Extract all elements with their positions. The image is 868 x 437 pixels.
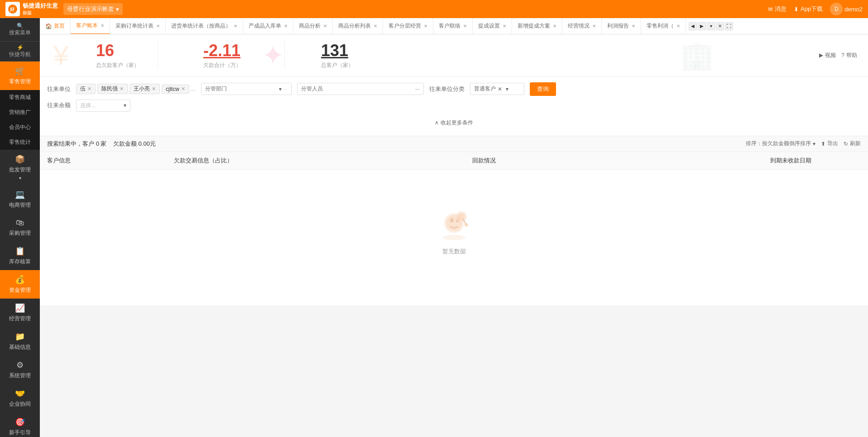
sidebar-quick-nav[interactable]: ⚡ 快捷导航 (0, 42, 40, 62)
app-download-btn[interactable]: ⬇ App下载 (794, 5, 823, 13)
filter-tag-wu: 伍 ✕ (76, 84, 96, 94)
tab-product-analysis-list[interactable]: 商品分析列表 ✕ (333, 18, 383, 34)
tab-new-push-plan[interactable]: 新增提成方案 ✕ (512, 18, 562, 34)
category-select[interactable]: 普通客户 ✕ ▾ (470, 83, 524, 95)
sidebar-sub-marketing[interactable]: 营销推广 (0, 105, 40, 120)
collapse-btn[interactable]: ∧ 收起更多条件 (431, 117, 477, 128)
tag-close-cjttcw[interactable]: ✕ (181, 86, 185, 92)
sidebar-item-ecommerce[interactable]: 💻 电商管理 (0, 185, 40, 214)
filter-more-tags[interactable]: ... (191, 86, 196, 92)
total-debt-label: 欠款合计（万） (203, 62, 241, 69)
sidebar-item-operation[interactable]: 📈 经营管理 (0, 299, 40, 327)
download-icon: ⬇ (794, 6, 799, 13)
tab-close-icon[interactable]: ✕ (156, 24, 160, 28)
tab-close-icon[interactable]: ✕ (463, 24, 467, 28)
sidebar-item-inventory[interactable]: 📋 库存核算 (0, 242, 40, 270)
tag-close-wang[interactable]: ✕ (152, 86, 156, 92)
tab-home[interactable]: 🏠 首页 (40, 18, 71, 34)
tab-fullscreen-btn[interactable]: ⛶ (725, 22, 733, 30)
enterprise-label: 母婴行业演示帐套 (67, 5, 114, 13)
table-header: 客户信息 欠款交易信息（占比） 回款情况 到期未收款日期 (40, 152, 868, 170)
sidebar-item-enterprise-collab[interactable]: 🤝 企业协同 (0, 384, 40, 413)
stat-bg-icon-1: ¥ (53, 40, 68, 71)
tab-retail-profit[interactable]: 零售利润（ ✕ (641, 18, 686, 34)
dept-placeholder: 分管部门 (205, 85, 227, 93)
balance-select[interactable]: 选择... ▾ (76, 100, 130, 112)
tab-customer-contact[interactable]: 客户联络 ✕ (433, 18, 473, 34)
logo: 好 畅捷通好生意 标版 (5, 2, 58, 16)
video-btn[interactable]: ▶ 视频 (819, 52, 836, 59)
main-content: ¥ 16 总欠款客户（家） ✦ -2.11 欠款合计（万） 🏢 131 (40, 34, 868, 437)
tab-close-icon[interactable]: ✕ (323, 24, 327, 28)
chevron-down-icon: ▾ (116, 6, 119, 13)
export-icon: ⬆ (821, 141, 825, 147)
tab-close-icon[interactable]: ✕ (676, 24, 680, 28)
sort-selector[interactable]: 排序：按欠款金额倒序排序 ▾ (746, 140, 815, 147)
sidebar-item-basic[interactable]: 📁 基础信息 (0, 327, 40, 356)
filter-tag-cjttcw: cjttcw ✕ (162, 85, 189, 94)
sidebar-sub-retail-shop[interactable]: 零售商城 (0, 90, 40, 105)
sidebar-item-newbie[interactable]: 🎯 新手引导 (0, 413, 40, 437)
wholesale-icon: 📦 (15, 154, 25, 164)
tab-profit-report[interactable]: 利润报告 ✕ (602, 18, 641, 34)
data-table: 客户信息 欠款交易信息（占比） 回款情况 到期未收款日期 (40, 152, 868, 305)
tab-close-icon[interactable]: ✕ (424, 24, 427, 28)
tab-push-settings[interactable]: 提成设置 ✕ (473, 18, 512, 34)
tab-close-icon[interactable]: ✕ (234, 24, 237, 28)
tab-close-icon[interactable]: ✕ (553, 24, 556, 28)
col-overdue-date: 到期未收款日期 (770, 157, 861, 165)
enterprise-dropdown[interactable]: 母婴行业演示帐套 ▾ (63, 3, 123, 15)
sidebar-sub-retail-stats[interactable]: 零售统计 (0, 135, 40, 150)
total-debt-value: -2.11 (203, 42, 240, 60)
query-btn[interactable]: 查询 (530, 82, 556, 96)
tab-next-btn[interactable]: ▶ (698, 22, 706, 30)
tab-customer-tier[interactable]: 客户分层经营 ✕ (383, 18, 433, 34)
person-select[interactable]: 分管人员 ··· (297, 83, 424, 95)
filter-tag-chen: 陈民强 ✕ (97, 84, 128, 94)
person-placeholder: 分管人员 (301, 85, 323, 93)
tab-prev-btn[interactable]: ◀ (689, 22, 697, 30)
tag-close-wu[interactable]: ✕ (87, 86, 91, 92)
tab-close-all-btn[interactable]: ✕ (716, 22, 724, 30)
svg-point-2 (443, 235, 465, 240)
dept-select[interactable]: 分管部门 ▾ ··· (201, 83, 292, 95)
empty-state: 暂无数据 (40, 170, 868, 292)
help-icon: ? (841, 52, 844, 58)
tab-close-icon[interactable]: ✕ (632, 24, 635, 28)
tab-close-icon[interactable]: ✕ (503, 24, 506, 28)
stat-actions: ▶ 视频 ? 帮助 (819, 52, 857, 59)
unit-label: 往来单位 (47, 85, 71, 93)
purchase-icon: 🛍 (16, 218, 24, 228)
sidebar-item-purchase[interactable]: 🛍 采购管理 (0, 214, 40, 242)
tab-close-icon[interactable]: ✕ (101, 23, 104, 28)
sidebar-item-finance[interactable]: 💰 资金管理 (0, 270, 40, 299)
total-customers2-value: 131 (321, 42, 348, 60)
refresh-btn[interactable]: ↻ 刷新 (844, 140, 861, 147)
sidebar-item-system[interactable]: ⚙ 系统管理 (0, 356, 40, 384)
tab-product-instock[interactable]: 产成品入库单 ✕ (243, 18, 293, 34)
help-btn[interactable]: ? 帮助 (841, 52, 857, 59)
tab-more-btn[interactable]: ▾ (707, 22, 715, 30)
retail-icon: 🛒 (15, 66, 25, 76)
tab-product-analysis[interactable]: 商品分析 ✕ (293, 18, 333, 34)
tab-purchase-order-stats[interactable]: 采购订单统计表 ✕ (110, 18, 166, 34)
tag-close-chen[interactable]: ✕ (120, 86, 124, 92)
sidebar-sub-member[interactable]: 会员中心 (0, 120, 40, 135)
inventory-icon: 📋 (15, 246, 25, 256)
tab-stock-stats[interactable]: 进货单统计表（按商品） ✕ (166, 18, 243, 34)
col-repayment: 回款情况 (472, 157, 771, 165)
tab-close-icon[interactable]: ✕ (374, 24, 377, 28)
tab-close-icon[interactable]: ✕ (284, 24, 288, 28)
tab-operation-status[interactable]: 经营情况 ✕ (562, 18, 602, 34)
tab-customer-capital[interactable]: 客户账本 ✕ (71, 18, 110, 34)
user-menu[interactable]: D demo2 (830, 3, 863, 15)
filter-section: 往来单位 伍 ✕ 陈民强 ✕ 王小亮 (40, 77, 868, 136)
export-btn[interactable]: ⬆ 导出 (821, 140, 838, 147)
sidebar-item-wholesale[interactable]: 📦 批发管理 ▾ (0, 150, 40, 185)
sidebar-search[interactable]: 🔍 搜索菜单 (0, 18, 40, 42)
category-clear-icon[interactable]: ✕ (498, 86, 502, 92)
message-btn[interactable]: ✉ 消息 (768, 5, 786, 13)
sidebar-item-retail-mgmt[interactable]: 🛒 零售管理 (0, 62, 40, 90)
tab-close-icon[interactable]: ✕ (592, 24, 596, 28)
message-icon: ✉ (768, 6, 773, 13)
